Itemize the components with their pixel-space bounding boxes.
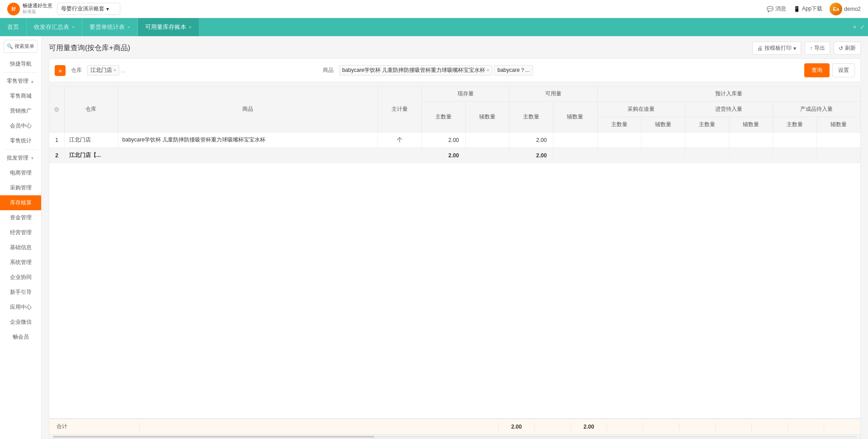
row-1-pt-main [597, 132, 641, 148]
subtotal-pt-aux [641, 148, 685, 163]
col-avail-aux-header: 辅数量 [553, 102, 597, 132]
user-profile[interactable]: Ea demo2 [830, 3, 861, 15]
sidebar-item-zero-retail[interactable]: 零售管理 [0, 74, 41, 89]
workspace-selector[interactable]: 母婴行业演示账套 ▾ [57, 3, 120, 15]
chevron-down-icon2: ▾ [793, 45, 796, 52]
col-pra-main-header: 主数量 [773, 117, 816, 132]
gear-icon[interactable]: ⚙ [54, 106, 60, 113]
product-tag-1-close[interactable]: × [486, 68, 489, 73]
footer-total-label: 合计 [49, 423, 140, 430]
sidebar-item-retail-mall[interactable]: 零售商城 [0, 89, 41, 104]
app-download-label: App下载 [802, 5, 822, 13]
product-filter-label: 商品 [323, 66, 334, 74]
sidebar-item-vip[interactable]: 畅会员 [0, 330, 41, 345]
subtotal-pa-main [685, 148, 729, 163]
filter-bar: » 仓库 江北门店 × ... 商品 babycare学饮杯 儿童防摔防撞吸管杯… [49, 58, 861, 82]
divider-1 [4, 72, 38, 73]
tab-available-inventory[interactable]: 可用量库存账本 × [138, 18, 199, 36]
warehouse-tag-close[interactable]: × [113, 68, 116, 73]
row-1-pa-main [685, 132, 729, 148]
sidebar-item-inventory-label: 库存核算 [10, 199, 32, 207]
app-download-btn[interactable]: 📱 App下载 [793, 5, 822, 13]
col-prod-arr-header: 产成品待入量 [773, 102, 860, 117]
footer-avail-main-value: 2.00 [584, 424, 594, 430]
template-print-btn[interactable]: 🖨 按模板打印 ▾ [752, 42, 801, 55]
filter-toggle-btn[interactable]: » [55, 65, 66, 76]
tab-available-inventory-label: 可用量库存账本 [145, 23, 186, 31]
divider-2 [4, 149, 38, 150]
warehouse-filter-label: 仓库 [71, 66, 82, 74]
avatar: Ea [830, 3, 842, 15]
product-tag-1-value: babycare学饮杯 儿童防摔防撞吸管杯重力球吸嘴杯宝宝水杯 [342, 66, 486, 74]
footer-spacer-1 [140, 423, 499, 430]
sidebar-item-marketing[interactable]: 营销推广 [0, 104, 41, 118]
footer-pa-main [716, 423, 752, 430]
sidebar-item-system-label: 系统管理 [10, 259, 32, 266]
tab-order-stats-close[interactable]: × [127, 25, 130, 30]
col-pa-aux-header: 辅数量 [729, 117, 773, 132]
sidebar-item-enterprise[interactable]: 企业协同 [0, 270, 41, 285]
footer-pa-aux [752, 423, 788, 430]
sidebar-item-system[interactable]: 系统管理 [0, 255, 41, 270]
main-layout: 🔍 搜索菜单 快捷导航 零售管理 零售商城 营销推广 会员中心 零售统计 批发管… [0, 36, 868, 439]
sidebar-item-vip-label: 畅会员 [13, 333, 29, 341]
query-btn[interactable]: 查询 [804, 63, 830, 77]
footer-total-stock-main: 2.00 [499, 423, 535, 430]
sidebar-group-zero-retail: 零售管理 [0, 74, 41, 89]
tab-home[interactable]: 首页 [0, 18, 27, 36]
row-1-pa-aux [729, 132, 773, 148]
template-print-label: 按模板打印 [764, 44, 792, 52]
sidebar-item-guide[interactable]: 新手引导 [0, 285, 41, 300]
row-1-avail-main: 2.00 [509, 132, 553, 148]
sidebar-item-operations[interactable]: 经营管理 [0, 225, 41, 240]
sidebar-item-retail-stats[interactable]: 零售统计 [0, 133, 41, 148]
tab-receipt-summary-label: 收发存汇总表 [34, 23, 69, 31]
table-container: ⚙ 仓库 商品 主计量 现存量 可用量 预计入库量 主数量 辅数量 主数量 辅数… [49, 86, 861, 419]
export-icon: ↑ [810, 45, 812, 52]
sidebar-item-quick-nav[interactable]: 快捷导航 [0, 57, 41, 71]
refresh-btn[interactable]: ↺ 刷新 [834, 42, 861, 55]
tab-available-inventory-close[interactable]: × [189, 25, 192, 30]
sidebar-item-retail-stats-label: 零售统计 [10, 137, 32, 145]
message-label: 消息 [775, 5, 786, 13]
search-menu-label: 搜索菜单 [14, 43, 34, 50]
scrollbar-thumb [53, 436, 374, 438]
sidebar: 🔍 搜索菜单 快捷导航 零售管理 零售商城 营销推广 会员中心 零售统计 批发管… [0, 36, 42, 439]
sidebar-item-finance-label: 资金管理 [10, 214, 32, 222]
footer-stock-main-value: 2.00 [511, 424, 522, 430]
sidebar-item-wholesale[interactable]: 批发管理 [0, 151, 41, 165]
tab-receipt-summary[interactable]: 收发存汇总表 × [27, 18, 82, 36]
expand-icon[interactable]: ⤢ [860, 24, 864, 30]
sidebar-item-app-center[interactable]: 应用中心 [0, 300, 41, 315]
setting-btn[interactable]: 设置 [832, 63, 855, 77]
search-menu-btn[interactable]: 🔍 搜索菜单 [4, 40, 38, 53]
tab-receipt-summary-close[interactable]: × [72, 25, 75, 30]
sidebar-item-member[interactable]: 会员中心 [0, 118, 41, 133]
subtotal-label: 江北门店【... [65, 148, 422, 163]
footer-pt-main [643, 423, 679, 430]
sidebar-item-finance[interactable]: 资金管理 [0, 210, 41, 225]
sidebar-search: 🔍 搜索菜单 [0, 36, 41, 57]
sidebar-item-retail-mall-label: 零售商城 [10, 92, 32, 100]
export-btn[interactable]: ↑ 导出 [805, 42, 830, 55]
workspace-label: 母婴行业演示账套 [61, 5, 104, 13]
sidebar-item-inventory[interactable]: 库存核算 [0, 195, 41, 210]
sidebar-item-wechat[interactable]: 企业微信 [0, 315, 41, 330]
sidebar-item-basics[interactable]: 基础信息 [0, 240, 41, 255]
col-pt-aux-header: 辅数量 [641, 117, 685, 132]
col-expected-header: 预计入库量 [597, 86, 860, 102]
nav-tab-actions: × ⤢ [849, 18, 868, 36]
close-all-icon[interactable]: × [853, 24, 856, 30]
sidebar-item-ecommerce[interactable]: 电商管理 [0, 165, 41, 180]
filter-more-btn[interactable]: ... [121, 67, 126, 74]
scrollbar-track[interactable] [53, 436, 857, 438]
sidebar-item-purchase[interactable]: 采购管理 [0, 180, 41, 195]
sidebar-item-wholesale-label: 批发管理 [7, 154, 28, 162]
message-btn[interactable]: 💬 消息 [767, 5, 786, 13]
tab-order-stats[interactable]: 要货单统计表 × [82, 18, 138, 36]
table-row: 1 江北门店 babycare学饮杯 儿童防摔防撞吸管杯重力球吸嘴杯宝宝水杯 个… [49, 132, 860, 148]
print-icon: 🖨 [757, 45, 763, 52]
tab-home-label: 首页 [7, 23, 19, 31]
product-tag-2-value: babycare？... [497, 66, 529, 74]
top-bar: 好 畅捷通好生意 标准版 母婴行业演示账套 ▾ 💬 消息 📱 App下载 Ea … [0, 0, 868, 18]
